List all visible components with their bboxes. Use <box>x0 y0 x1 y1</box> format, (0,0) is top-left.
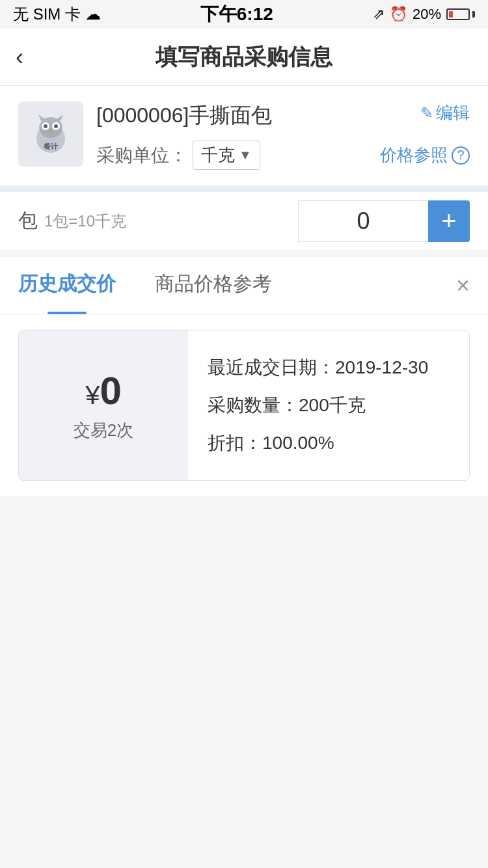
nav-bar: ‹ 填写商品采购信息 <box>0 29 488 86</box>
last-date-value: 2019-12-30 <box>335 357 428 377</box>
product-title: 手撕面包 <box>189 103 272 127</box>
battery-percent: 20% <box>413 6 441 23</box>
discount-value: 100.00% <box>262 433 334 453</box>
edit-button[interactable]: ✎ 编辑 <box>420 102 470 124</box>
main-content: 餐计 [0000006]手撕面包 ✎ 编辑 采购单位： <box>0 86 488 868</box>
quantity-row: 采购数量：200千克 <box>208 392 450 419</box>
product-name: [0000006]手撕面包 <box>96 102 272 130</box>
quantity-left: 包 1包=10千克 <box>18 208 126 234</box>
alarm-icon: ⏰ <box>390 6 407 23</box>
bag-unit-info: 1包=10千克 <box>44 211 126 232</box>
tab-close-button[interactable]: × <box>456 274 470 297</box>
quantity-input[interactable]: 0 <box>298 200 428 242</box>
unit-value: 千克 <box>201 144 235 167</box>
tab-history[interactable]: 历史成交价 <box>18 257 116 314</box>
quantity-label: 采购数量： <box>208 395 299 415</box>
quantity-right: 0 + <box>298 200 470 242</box>
edit-icon: ✎ <box>420 104 433 122</box>
back-button[interactable]: ‹ <box>16 44 23 71</box>
tab-active-indicator <box>47 312 87 314</box>
price-ref-link[interactable]: 价格参照 ? <box>380 144 470 167</box>
price-ref-label: 价格参照 <box>380 144 448 167</box>
status-time: 下午6:12 <box>200 2 273 27</box>
status-bar: 无 SIM 卡 ☁ 下午6:12 ⇗ ⏰ 20% <box>0 0 488 29</box>
unit-label: 采购单位： <box>96 143 187 168</box>
price-ref-help-icon: ? <box>452 146 470 165</box>
svg-point-4 <box>44 124 47 128</box>
tab-bar: 历史成交价 商品价格参考 × <box>0 257 488 314</box>
svg-text:餐计: 餐计 <box>44 142 59 150</box>
quantity-value: 200千克 <box>299 395 366 415</box>
bag-icon-label: 包 <box>18 208 38 234</box>
price-yen-symbol: ¥ <box>85 381 100 409</box>
discount-row: 折扣：100.00% <box>208 429 450 457</box>
svg-point-5 <box>54 124 58 128</box>
dropdown-arrow-icon: ▼ <box>239 148 252 163</box>
product-info: [0000006]手撕面包 ✎ 编辑 采购单位： 千克 ▼ <box>96 102 470 170</box>
location-icon: ⇗ <box>373 6 385 23</box>
status-left: 无 SIM 卡 ☁ <box>13 4 101 25</box>
product-section: 餐计 [0000006]手撕面包 ✎ 编辑 采购单位： <box>0 86 488 185</box>
tab-price-ref-label: 商品价格参考 <box>155 271 272 297</box>
page-title: 填写商品采购信息 <box>156 42 332 72</box>
quantity-plus-button[interactable]: + <box>428 200 470 242</box>
history-content: ¥0 交易2次 最近成交日期：2019-12-30 采购数量：200千克 折扣：… <box>0 314 488 496</box>
tab-history-label: 历史成交价 <box>18 271 116 297</box>
quantity-section: 包 1包=10千克 0 + <box>0 192 488 251</box>
price-card: ¥0 交易2次 最近成交日期：2019-12-30 采购数量：200千克 折扣：… <box>18 330 470 481</box>
status-right: ⇗ ⏰ 20% <box>373 6 475 23</box>
product-image: 餐计 <box>18 102 83 167</box>
price-trades: 交易2次 <box>74 419 133 442</box>
tab-price-ref[interactable]: 商品价格参考 <box>155 257 272 314</box>
last-date-label: 最近成交日期： <box>208 357 335 377</box>
unit-selector-group: 采购单位： 千克 ▼ <box>96 141 260 170</box>
section-divider <box>0 185 488 192</box>
unit-dropdown[interactable]: 千克 ▼ <box>193 141 260 170</box>
tab-section: 历史成交价 商品价格参考 × ¥0 交易2次 <box>0 257 488 496</box>
price-card-right: 最近成交日期：2019-12-30 采购数量：200千克 折扣：100.00% <box>188 331 469 480</box>
product-id: [0000006] <box>96 103 189 127</box>
product-logo-svg: 餐计 <box>28 111 74 157</box>
product-header: [0000006]手撕面包 ✎ 编辑 <box>96 102 470 130</box>
edit-label: 编辑 <box>436 102 470 124</box>
battery-icon <box>446 8 475 20</box>
price-value: 0 <box>100 369 121 413</box>
product-row: 餐计 [0000006]手撕面包 ✎ 编辑 采购单位： <box>18 102 470 170</box>
price-amount: ¥0 <box>85 370 122 413</box>
discount-label: 折扣： <box>208 433 262 453</box>
tab-items: 历史成交价 商品价格参考 <box>18 257 456 314</box>
last-date-row: 最近成交日期：2019-12-30 <box>208 354 450 381</box>
product-unit-row: 采购单位： 千克 ▼ 价格参照 ? <box>96 141 470 170</box>
sim-signal-text: 无 SIM 卡 ☁ <box>13 4 101 25</box>
price-card-left: ¥0 交易2次 <box>19 331 188 480</box>
